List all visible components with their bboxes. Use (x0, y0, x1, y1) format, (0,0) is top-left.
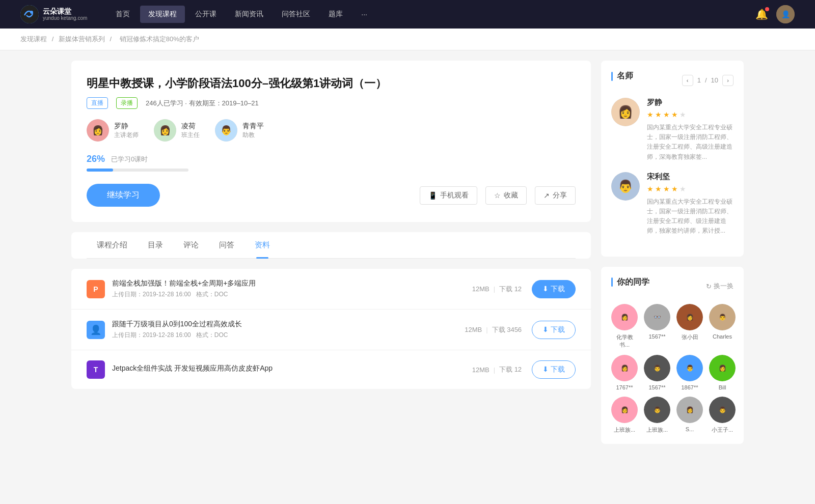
breadcrumb: 发现课程 / 新媒体营销系列 / 销冠修炼术搞定80%的客户 (0, 29, 815, 50)
next-page-button[interactable]: › (722, 75, 734, 86)
resource-item-2: T Jetpack全组件实战 开发短视频应用高仿皮皮虾App 12MB | 下载… (71, 350, 591, 389)
nav-more[interactable]: ··· (353, 6, 375, 22)
classmate-name-5: 1567** (648, 384, 665, 390)
classmate-9: 👨 上班族... (644, 397, 670, 434)
download-button-2[interactable]: ⬇ 下载 (532, 360, 576, 379)
nav-home[interactable]: 首页 (107, 6, 138, 23)
classmate-name-6: 1867** (681, 384, 698, 390)
badge-live: 直播 (87, 97, 108, 109)
right-sidebar: 名师 ‹ 1 / 10 › 👩 罗静 ★ ★ (601, 61, 744, 454)
logo[interactable]: 云朵课堂 yunduo ketang.com (20, 5, 87, 23)
famous-teacher-stars-0: ★ ★ ★ ★ ★ (647, 110, 734, 119)
famous-teacher-name-0: 罗静 (647, 98, 734, 107)
notification-dot (765, 7, 769, 11)
download-button-1[interactable]: ⬇ 下载 (532, 321, 576, 339)
logo-text: 云朵课堂 yunduo ketang.com (43, 7, 87, 22)
breadcrumb-current: 销冠修炼术搞定80%的客户 (120, 35, 199, 43)
classmate-name-7: Bill (719, 384, 726, 390)
tab-review[interactable]: 评论 (173, 232, 209, 258)
resource-icon-2: T (87, 360, 105, 379)
tabs-card: 课程介绍 目录 评论 问答 资料 (71, 232, 591, 259)
resource-stats-0: 12MB | 下载 12 (472, 285, 522, 294)
progress-section: 26% 已学习0课时 (87, 154, 576, 172)
classmate-name-1: 1567** (648, 333, 665, 340)
classmate-10: 👩 S... (676, 397, 703, 434)
resource-list: P 前端全栈加强版！前端全栈+全周期+多端应用 上传日期：2019-12-28 … (71, 269, 591, 389)
share-button[interactable]: ↗ 分享 (535, 186, 576, 205)
famous-teachers-card: 名师 ‹ 1 / 10 › 👩 罗静 ★ ★ (601, 61, 744, 257)
tab-catalog[interactable]: 目录 (138, 232, 173, 258)
teacher-role-1: 班主任 (181, 131, 200, 139)
classmates-title: 你的同学 (611, 277, 649, 288)
classmate-name-9: 上班族... (646, 426, 668, 434)
classmate-5: 👨 1567** (644, 355, 670, 390)
teacher-avatar-0: 👩 (87, 119, 109, 142)
famous-teacher-0: 👩 罗静 ★ ★ ★ ★ ★ 国内某重点大学安全工程专业硕士，国家一级注册消防工… (611, 98, 734, 162)
collect-button[interactable]: ☆ 收藏 (485, 186, 527, 205)
breadcrumb-discover[interactable]: 发现课程 (20, 35, 47, 43)
tabs: 课程介绍 目录 评论 问答 资料 (87, 232, 576, 259)
refresh-label: 换一换 (714, 282, 734, 291)
navigation: 云朵课堂 yunduo ketang.com 首页 发现课程 公开课 新闻资讯 … (0, 0, 815, 29)
teachers: 👩 罗静 主讲老师 👩 凌荷 班主任 (87, 119, 576, 142)
badge-record: 录播 (116, 97, 138, 109)
classmates-card: 你的同学 ↻ 换一换 👩 化学教书... 👓 1567** (601, 267, 744, 444)
tab-qa[interactable]: 问答 (209, 232, 244, 258)
nav-quiz[interactable]: 题库 (320, 6, 351, 23)
progress-bar-bg (87, 169, 188, 172)
classmate-name-4: 1767** (616, 384, 633, 390)
famous-teachers-title: 名师 (611, 71, 633, 81)
teacher-avatar-1: 👩 (154, 119, 176, 142)
breadcrumb-series[interactable]: 新媒体营销系列 (59, 35, 105, 43)
resource-name-0: 前端全栈加强版！前端全栈+全周期+多端应用 (112, 279, 472, 288)
download-button-0[interactable]: ⬇ 下载 (532, 280, 576, 298)
teacher-avatar-2: 👨 (215, 119, 237, 142)
classmate-name-2: 张小田 (682, 333, 698, 341)
nav-discover[interactable]: 发现课程 (140, 6, 185, 23)
classmate-name-11: 小王子... (712, 426, 733, 434)
refresh-classmates-button[interactable]: ↻ 换一换 (706, 282, 734, 291)
classmate-name-0: 化学教书... (611, 333, 638, 349)
classmate-3: 👨 Charles (709, 304, 736, 349)
teacher-role-2: 助教 (242, 131, 264, 139)
teacher-0: 👩 罗静 主讲老师 (87, 119, 139, 142)
course-title: 明星中教授课，小学阶段语法100分–强化级第1讲动词（一） (87, 76, 576, 91)
tab-intro[interactable]: 课程介绍 (87, 232, 138, 258)
notification-bell[interactable]: 🔔 (755, 8, 768, 20)
nav-open[interactable]: 公开课 (187, 6, 225, 23)
user-avatar[interactable]: 👤 (776, 5, 795, 23)
famous-teacher-avatar-1: 👨 (611, 172, 640, 201)
resource-item-1: 👤 跟随千万级项目从0到100全过程高效成长 上传日期：2019-12-28 1… (71, 310, 591, 350)
main-container: 明星中教授课，小学阶段语法100分–强化级第1讲动词（一） 直播 录播 246人… (51, 50, 764, 464)
collect-label: 收藏 (504, 191, 518, 200)
nav-right: 🔔 👤 (755, 5, 795, 23)
nav-qa[interactable]: 问答社区 (274, 6, 318, 23)
page-nav: ‹ 1 / 10 › (682, 75, 734, 86)
resource-meta-1: 上传日期：2019-12-28 16:00 格式：DOC (112, 331, 465, 340)
famous-teacher-name-1: 宋利坚 (647, 172, 734, 182)
nav-news[interactable]: 新闻资讯 (227, 6, 271, 23)
classmate-0: 👩 化学教书... (611, 304, 638, 349)
classmate-2: 👩 张小田 (676, 304, 703, 349)
continue-learning-button[interactable]: 继续学习 (87, 184, 160, 207)
teacher-name-2: 青青平 (242, 122, 264, 131)
classmate-6: 👨 1867** (676, 355, 703, 390)
teacher-name-1: 凌荷 (181, 122, 200, 131)
famous-teacher-desc-0: 国内某重点大学安全工程专业硕士，国家一级注册消防工程师、注册安全工程师、高级注册… (647, 123, 734, 162)
star-icon: ☆ (494, 191, 501, 200)
mobile-watch-button[interactable]: 📱 手机观看 (420, 186, 477, 205)
course-header-card: 明星中教授课，小学阶段语法100分–强化级第1讲动词（一） 直播 录播 246人… (71, 61, 591, 222)
teacher-name-0: 罗静 (114, 122, 139, 131)
share-label: 分享 (553, 191, 567, 200)
course-actions: 继续学习 📱 手机观看 ☆ 收藏 ↗ 分享 (87, 184, 576, 207)
tab-resource[interactable]: 资料 (244, 232, 280, 258)
prev-page-button[interactable]: ‹ (682, 75, 693, 86)
resource-stats-1: 12MB | 下载 3456 (465, 325, 522, 334)
classmate-name-10: S... (686, 426, 694, 432)
course-meta: 直播 录播 246人已学习 · 有效期至：2019–10–21 (87, 97, 576, 109)
famous-teacher-stars-1: ★ ★ ★ ★ ★ (647, 185, 734, 193)
classmate-4: 👩 1767** (611, 355, 638, 390)
famous-teacher-1: 👨 宋利坚 ★ ★ ★ ★ ★ 国内某重点大学安全工程专业硕士，国家一级注册消防… (611, 172, 734, 236)
classmate-1: 👓 1567** (644, 304, 670, 349)
resource-icon-0: P (87, 280, 105, 298)
